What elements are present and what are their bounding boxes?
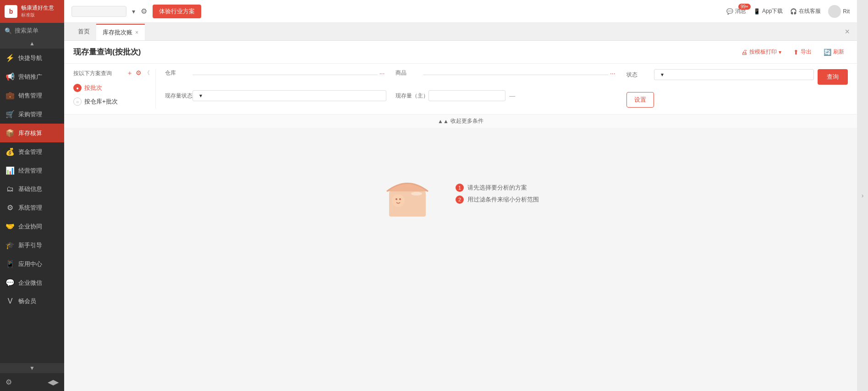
empty-content: 1 请先选择要分析的方案 2 用过滤条件来缩小分析范围 (382, 166, 539, 221)
svg-point-1 (392, 194, 405, 207)
sidebar-item-label: 系统管理 (18, 204, 42, 212)
user-profile-button[interactable]: Rit (828, 5, 850, 18)
filter-collapse-bar[interactable]: ▲▲ 收起更多条件 (64, 114, 857, 128)
app-download-label: App下载 (762, 7, 783, 15)
topbar-gear-icon[interactable]: ⚙ (141, 7, 147, 16)
tab-bar: 首页 库存批次账 × × (64, 23, 857, 41)
refresh-button[interactable]: 🔄 刷新 (820, 46, 848, 58)
page-actions: 🖨 按模板打印 ▾ ⬆ 导出 🔄 刷新 (737, 46, 848, 58)
sidebar-item-inventory[interactable]: 📦 库存核算 (0, 124, 64, 142)
sidebar-item-system[interactable]: ⚙ 系统管理 (0, 198, 64, 217)
tab-home[interactable]: 首页 (71, 24, 96, 39)
sidebar-search[interactable]: 🔍 搜索菜单 (0, 23, 64, 38)
purchase-icon: 🛒 (5, 110, 15, 119)
product-label: 商品 (396, 69, 423, 77)
print-dropdown-icon[interactable]: ▾ (779, 49, 781, 55)
sidebar: b 畅康通好生意 标准版 🔍 搜索菜单 ▲ ⚡ 快捷导航 📢 营销推广 💼 销售… (0, 0, 64, 391)
username-label: Rit (843, 8, 850, 15)
field-group-product: 商品 ··· (396, 69, 617, 77)
phone-icon: 📱 (753, 8, 760, 15)
stock-status-select[interactable]: ▾ (192, 90, 386, 101)
product-select[interactable] (423, 71, 608, 75)
sidebar-item-newbie[interactable]: 🎓 新手引导 (0, 236, 64, 255)
settings-icon[interactable]: ⚙ (5, 378, 12, 386)
step-text-2: 用过滤条件来缩小分析范围 (467, 196, 539, 204)
step-num-1: 1 (456, 184, 464, 192)
settings-btn-area: 设置 (626, 90, 848, 108)
empty-illustration (382, 166, 437, 221)
status-dropdown-icon: ▾ (661, 71, 664, 78)
status-select[interactable]: ▾ (654, 69, 814, 80)
sidebar-header: b 畅康通好生意 标准版 (0, 0, 64, 23)
shortcut-icon: ⚡ (5, 54, 15, 62)
settings-scheme-icon[interactable]: ⚙ (136, 69, 142, 77)
tab-batch-account[interactable]: 库存批次账 × (96, 24, 145, 40)
basic-icon: 🗂 (5, 185, 15, 193)
app-title: 畅康通好生意 (21, 5, 54, 12)
sidebar-item-member[interactable]: V 畅会员 (0, 292, 64, 310)
sidebar-scroll-down[interactable]: ▼ (0, 363, 64, 373)
system-icon: ⚙ (5, 203, 15, 212)
sidebar-item-basic[interactable]: 🗂 基础信息 (0, 180, 64, 198)
scheme-header: 按以下方案查询 ＋ ⚙ 《 (73, 69, 150, 77)
scheme-item-warehouse-batch[interactable]: ○ 按仓库+批次 (73, 95, 150, 109)
sidebar-item-shortcut[interactable]: ⚡ 快捷导航 (0, 49, 64, 67)
sidebar-item-finance[interactable]: 💰 资金管理 (0, 142, 64, 161)
page-content: 现存量查询(按批次) 🖨 按模板打印 ▾ ⬆ 导出 🔄 刷新 (64, 41, 857, 391)
app-download-button[interactable]: 📱 App下载 (753, 7, 783, 15)
sidebar-item-operation[interactable]: 📊 经营管理 (0, 161, 64, 180)
sidebar-item-label: 企业微信 (18, 279, 42, 287)
sidebar-item-purchase[interactable]: 🛒 采购管理 (0, 105, 64, 124)
collapse-sidebar-icon[interactable]: ◀▶ (48, 378, 59, 386)
sidebar-item-app[interactable]: 📱 应用中心 (0, 255, 64, 273)
product-more[interactable]: ··· (608, 70, 617, 77)
close-all-tabs-button[interactable]: × (845, 27, 850, 37)
tab-batch-account-close[interactable]: × (135, 29, 138, 36)
scheme-label: 按以下方案查询 (73, 70, 112, 77)
add-scheme-icon[interactable]: ＋ (126, 69, 133, 77)
stock-qty-dash: — (505, 92, 519, 99)
sidebar-item-marketing[interactable]: 📢 营销推广 (0, 67, 64, 86)
topbar-dropdown-icon[interactable]: ▾ (132, 8, 135, 15)
field-row-warehouse: 仓库 ··· (165, 69, 386, 77)
empty-steps: 1 请先选择要分析的方案 2 用过滤条件来缩小分析范围 (456, 184, 539, 204)
app-logo: b (5, 5, 17, 18)
settings-button[interactable]: 设置 (626, 92, 654, 108)
app-title-group: 畅康通好生意 标准版 (21, 5, 54, 18)
collapse-scheme-icon[interactable]: 《 (144, 69, 150, 77)
query-button[interactable]: 查询 (818, 69, 848, 85)
wechat-icon: 💬 (5, 278, 15, 287)
field-group-stock-status: 现存量状态 ▾ (165, 90, 386, 101)
warehouse-more[interactable]: ··· (378, 70, 387, 77)
avatar (828, 5, 841, 18)
warehouse-select[interactable] (192, 71, 378, 75)
search-label: 搜索菜单 (15, 27, 38, 35)
sidebar-item-label: 销售管理 (18, 92, 42, 100)
experience-industry-button[interactable]: 体验行业方案 (153, 5, 201, 18)
scheme-item-batch[interactable]: ● 按批次 (73, 81, 150, 95)
sidebar-item-sales[interactable]: 💼 销售管理 (0, 86, 64, 105)
sidebar-item-label: 基础信息 (18, 185, 42, 193)
empty-svg (382, 166, 437, 221)
sidebar-item-label: 采购管理 (18, 110, 42, 119)
message-button[interactable]: 💬 消息 99+ (726, 7, 746, 15)
right-panel[interactable]: › (857, 0, 868, 391)
sidebar-item-label: 经营管理 (18, 167, 42, 175)
sidebar-item-collab[interactable]: 🤝 企业协同 (0, 217, 64, 236)
sidebar-item-label: 畅会员 (18, 297, 36, 305)
export-button[interactable]: ⬆ 导出 (790, 46, 815, 58)
step-num-2: 2 (456, 196, 464, 204)
field-row-stock-qty: 现存量（主） — (396, 90, 617, 101)
search-icon: 🔍 (5, 27, 12, 34)
scheme-item-label: 按批次 (84, 84, 102, 92)
collab-icon: 🤝 (5, 222, 15, 231)
topbar-search-input[interactable] (71, 6, 126, 17)
stock-qty-min-input[interactable] (429, 90, 505, 101)
scheme-actions: ＋ ⚙ 《 (126, 69, 150, 77)
print-template-button[interactable]: 🖨 按模板打印 ▾ (737, 46, 785, 58)
collapse-label: 收起更多条件 (450, 117, 483, 125)
sidebar-item-wechat[interactable]: 💬 企业微信 (0, 273, 64, 292)
scheme-dot-inactive: ○ (73, 98, 82, 106)
sidebar-scroll-up[interactable]: ▲ (0, 38, 64, 49)
online-service-button[interactable]: 🎧 在线客服 (790, 7, 821, 15)
